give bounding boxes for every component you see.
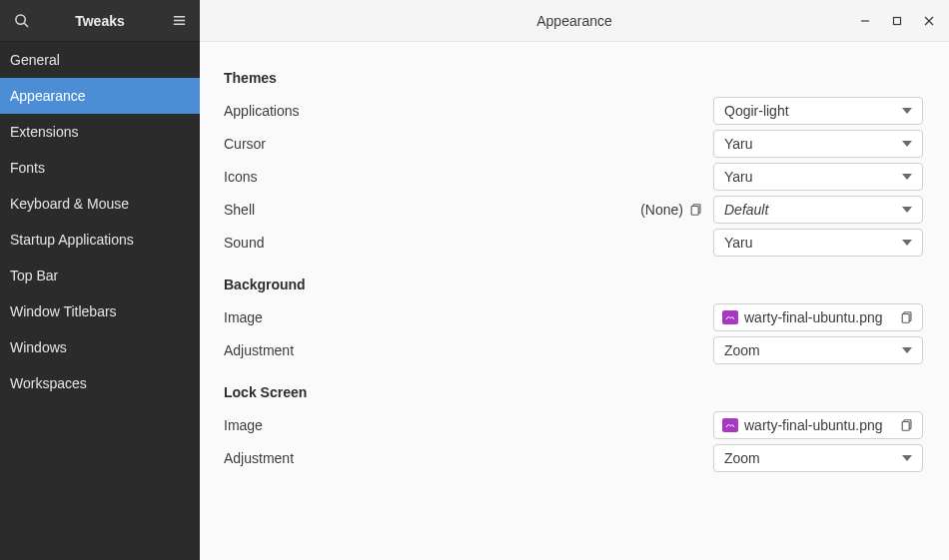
filename: warty-final-ubuntu.png [744,417,894,433]
row-lockscreen-image: Image warty-final-ubuntu.png [224,408,923,441]
sidebar-item-label: Keyboard & Mouse [10,196,129,212]
chevron-down-icon [902,108,912,114]
cursor-theme-dropdown[interactable]: Yaru [713,130,923,158]
titlebar: Appearance [200,0,949,42]
row-label: Image [224,417,713,433]
sidebar-item-keyboard-mouse[interactable]: Keyboard & Mouse [0,186,200,222]
lockscreen-adjustment-dropdown[interactable]: Zoom [713,444,923,472]
background-image-chooser[interactable]: warty-final-ubuntu.png [713,303,923,331]
content-area: Themes Applications Qogir-light Cursor Y… [200,42,949,560]
row-label: Applications [224,103,713,119]
sidebar-nav: General Appearance Extensions Fonts Keyb… [0,42,200,401]
svg-rect-14 [902,421,909,430]
hamburger-menu-icon[interactable] [166,8,192,34]
section-heading-background: Background [224,277,923,292]
svg-rect-10 [691,206,698,215]
sidebar-item-general[interactable]: General [0,42,200,78]
sidebar-item-label: General [10,52,60,68]
section-heading-lock-screen: Lock Screen [224,384,923,400]
row-label: Adjustment [224,342,713,358]
chevron-down-icon [902,207,912,213]
icons-theme-dropdown[interactable]: Yaru [713,163,923,191]
window-title: Appearance [536,13,612,29]
sidebar-title: Tweaks [34,13,166,29]
row-lockscreen-adjustment: Adjustment Zoom [224,441,923,474]
image-thumb-icon [722,310,738,324]
sidebar-header: Tweaks [0,0,200,42]
sidebar-item-label: Extensions [10,124,78,140]
row-shell: Shell (None) Default [224,193,923,226]
image-thumb-icon [722,418,738,432]
sidebar-item-startup-applications[interactable]: Startup Applications [0,222,200,258]
shell-file-chooser[interactable]: (None) [640,202,703,218]
file-open-icon [900,418,914,432]
applications-theme-dropdown[interactable]: Qogir-light [713,97,923,125]
row-label: Adjustment [224,450,713,466]
sidebar-item-label: Startup Applications [10,232,134,248]
sidebar-item-workspaces[interactable]: Workspaces [0,365,200,401]
sidebar-item-extensions[interactable]: Extensions [0,114,200,150]
row-sound: Sound Yaru [224,226,923,259]
sound-theme-dropdown[interactable]: Yaru [713,229,923,257]
sidebar-item-label: Fonts [10,160,45,176]
row-icons: Icons Yaru [224,160,923,193]
sidebar-item-windows[interactable]: Windows [0,329,200,365]
minimize-button[interactable] [851,7,879,35]
sidebar-item-label: Windows [10,339,67,355]
shell-theme-dropdown[interactable]: Default [713,196,923,224]
svg-point-0 [15,15,24,24]
chevron-down-icon [902,455,912,461]
sidebar-item-label: Top Bar [10,268,58,283]
svg-rect-12 [902,313,909,322]
dropdown-value: Yaru [724,169,902,185]
chevron-down-icon [902,141,912,147]
dropdown-value: Zoom [724,342,902,358]
background-adjustment-dropdown[interactable]: Zoom [713,336,923,364]
row-label: Cursor [224,136,713,152]
dropdown-value: Yaru [724,235,902,251]
sidebar-item-fonts[interactable]: Fonts [0,150,200,186]
sidebar: Tweaks General Appearance Extensions Fon… [0,0,200,560]
dropdown-value: Qogir-light [724,103,902,119]
row-background-image: Image warty-final-ubuntu.png [224,300,923,333]
dropdown-value: Yaru [724,136,902,152]
chevron-down-icon [902,240,912,246]
lockscreen-image-chooser[interactable]: warty-final-ubuntu.png [713,411,923,439]
row-applications: Applications Qogir-light [224,94,923,127]
svg-line-1 [24,23,28,27]
search-icon[interactable] [8,8,34,34]
sidebar-item-label: Workspaces [10,375,87,391]
dropdown-value: Zoom [724,450,902,466]
row-label: Sound [224,235,713,251]
window-controls [851,0,943,41]
row-background-adjustment: Adjustment Zoom [224,333,923,366]
sidebar-item-top-bar[interactable]: Top Bar [0,258,200,293]
close-button[interactable] [915,7,943,35]
row-cursor: Cursor Yaru [224,127,923,160]
filename: warty-final-ubuntu.png [744,309,894,325]
sidebar-item-appearance[interactable]: Appearance [0,78,200,114]
row-label: Icons [224,169,713,185]
maximize-button[interactable] [883,7,911,35]
chevron-down-icon [902,174,912,180]
row-label: Shell [224,202,640,218]
chevron-down-icon [902,347,912,353]
shell-none-text: (None) [640,202,683,218]
sidebar-item-window-titlebars[interactable]: Window Titlebars [0,293,200,329]
file-open-icon [689,203,703,217]
file-open-icon [900,310,914,324]
sidebar-item-label: Appearance [10,88,86,104]
dropdown-value: Default [724,202,902,218]
section-heading-themes: Themes [224,70,923,86]
sidebar-item-label: Window Titlebars [10,303,117,319]
row-label: Image [224,309,713,325]
main: Appearance Themes Applications Qogir-lig… [200,0,949,560]
svg-rect-6 [894,17,901,24]
